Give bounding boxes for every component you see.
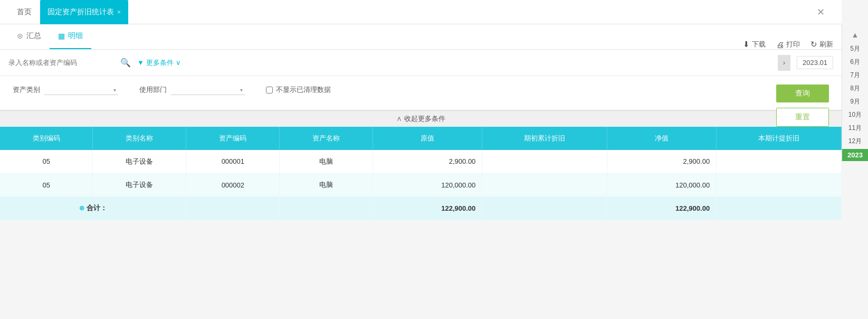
dept-label: 使用部门 bbox=[139, 85, 167, 95]
more-conditions-label: 更多条件 bbox=[146, 58, 174, 68]
download-button[interactable]: ⬇ 下载 bbox=[743, 40, 766, 49]
scroll-up-icon[interactable]: ▲ bbox=[850, 29, 861, 41]
cell-original-value: 120,000.00 bbox=[373, 173, 482, 196]
download-label: 下载 bbox=[752, 40, 766, 49]
asset-type-select[interactable] bbox=[44, 85, 118, 95]
refresh-icon: ↻ bbox=[810, 40, 817, 49]
total-original-value: 122,900.00 bbox=[373, 196, 482, 220]
search-bar: 🔍 ▼ 更多条件 ∨ › 2023.01 bbox=[0, 50, 842, 76]
search-icon[interactable]: 🔍 bbox=[120, 58, 131, 68]
asset-type-select-wrap bbox=[44, 85, 118, 95]
refresh-button[interactable]: ↻ 刷新 bbox=[810, 40, 833, 49]
tab-detail-label: 明细 bbox=[68, 31, 83, 41]
sidebar-month-item[interactable]: 10月 bbox=[845, 108, 865, 121]
expand-arrow[interactable]: › bbox=[778, 55, 790, 71]
col-accum-depreciation: 期初累计折旧 bbox=[482, 127, 607, 150]
total-current-depreciation bbox=[717, 196, 842, 220]
filter-icon: ▼ bbox=[137, 59, 144, 67]
cell-current-depreciation bbox=[717, 173, 842, 196]
tab-title: 固定资产折旧统计表 bbox=[47, 7, 114, 17]
cell-category-code: 05 bbox=[0, 173, 93, 196]
table-row: 05 电子设备 000002 电脑 120,000.00 120,000.00 bbox=[0, 173, 842, 196]
chevron-down-icon: ∨ bbox=[176, 59, 181, 67]
cell-net-value: 2,900.00 bbox=[607, 150, 717, 173]
cell-category-name: 电子设备 bbox=[93, 173, 186, 196]
sidebar-month-item[interactable]: 7月 bbox=[845, 69, 865, 82]
filter-row: 资产类别 使用部门 不显示已清理数据 bbox=[13, 85, 829, 95]
total-empty-name bbox=[280, 196, 373, 220]
download-icon: ⬇ bbox=[743, 40, 750, 49]
window-close-button[interactable]: ✕ bbox=[808, 6, 833, 18]
filter-panel: 资产类别 使用部门 不显示已清理数据 bbox=[0, 76, 842, 110]
toolbar: ⬇ 下载 🖨 打印 ↻ 刷新 bbox=[743, 40, 833, 49]
month-list: 5月6月7月8月9月10月11月12月 bbox=[845, 42, 865, 148]
right-sidebar: ▲ 5月6月7月8月9月10月11月12月 2023 bbox=[842, 24, 868, 161]
col-asset-name: 资产名称 bbox=[280, 127, 373, 150]
collapse-label: ∧ 收起更多条件 bbox=[396, 115, 445, 123]
cell-original-value: 2,900.00 bbox=[373, 150, 482, 173]
sidebar-month-item[interactable]: 5月 bbox=[845, 42, 865, 55]
cell-asset-code: 000001 bbox=[186, 150, 280, 173]
total-label: ⊕合计： bbox=[0, 196, 186, 220]
cell-net-value: 120,000.00 bbox=[607, 173, 717, 196]
col-current-depreciation: 本期计提折旧 bbox=[717, 127, 842, 150]
col-asset-code: 资产编码 bbox=[186, 127, 280, 150]
dept-select[interactable] bbox=[171, 85, 245, 95]
cell-category-code: 05 bbox=[0, 150, 93, 173]
summary-icon: ⊛ bbox=[17, 32, 23, 40]
reset-button[interactable]: 重置 bbox=[776, 108, 829, 127]
filter-buttons: 查询 重置 bbox=[776, 85, 829, 127]
dept-group: 使用部门 bbox=[139, 85, 245, 95]
sidebar-month-item[interactable]: 11月 bbox=[845, 121, 865, 135]
total-icon: ⊕ bbox=[79, 204, 84, 212]
date-display: 2023.01 bbox=[797, 56, 833, 69]
top-nav: 首页 固定资产折旧统计表 × ✕ bbox=[0, 0, 842, 24]
tab-detail[interactable]: ▦ 明细 bbox=[50, 24, 91, 49]
no-cleared-checkbox[interactable] bbox=[266, 87, 273, 93]
detail-icon: ▦ bbox=[58, 32, 65, 40]
dept-select-wrap bbox=[171, 85, 245, 95]
cell-accum-depreciation bbox=[482, 150, 607, 173]
col-category-name: 类别名称 bbox=[93, 127, 186, 150]
col-category-code: 类别编码 bbox=[0, 127, 93, 150]
total-accum-depreciation bbox=[482, 196, 607, 220]
cell-category-name: 电子设备 bbox=[93, 150, 186, 173]
table-body: 05 电子设备 000001 电脑 2,900.00 2,900.00 05 电… bbox=[0, 150, 842, 220]
tab-bar: ⊛ 汇总 ▦ 明细 ⬇ 下载 🖨 打印 ↻ 刷新 bbox=[0, 24, 842, 50]
tab-summary-label: 汇总 bbox=[26, 31, 41, 41]
cell-asset-name: 电脑 bbox=[280, 173, 373, 196]
no-cleared-label: 不显示已清理数据 bbox=[276, 85, 331, 95]
sidebar-month-item[interactable]: 8月 bbox=[845, 82, 865, 95]
refresh-label: 刷新 bbox=[819, 40, 833, 49]
year-badge[interactable]: 2023 bbox=[842, 149, 868, 161]
asset-type-group: 资产类别 bbox=[13, 85, 118, 95]
query-button[interactable]: 查询 bbox=[776, 85, 829, 102]
sidebar-month-item[interactable]: 9月 bbox=[845, 95, 865, 108]
table-container: 类别编码 类别名称 资产编码 资产名称 原值 期初累计折旧 净值 本期计提折旧 … bbox=[0, 127, 842, 220]
search-input[interactable] bbox=[8, 59, 114, 67]
sidebar-month-item[interactable]: 12月 bbox=[845, 135, 865, 148]
collapse-bar[interactable]: ∧ 收起更多条件 bbox=[0, 110, 842, 127]
tab-summary[interactable]: ⊛ 汇总 bbox=[8, 24, 50, 49]
home-tab[interactable]: 首页 bbox=[8, 7, 40, 17]
col-net-value: 净值 bbox=[607, 127, 717, 150]
active-tab[interactable]: 固定资产折旧统计表 × bbox=[40, 0, 128, 24]
total-net-value: 122,900.00 bbox=[607, 196, 717, 220]
total-empty-code bbox=[186, 196, 280, 220]
total-row: ⊕合计： 122,900.00 122,900.00 bbox=[0, 196, 842, 220]
sidebar-month-item[interactable]: 6月 bbox=[845, 55, 865, 69]
col-original-value: 原值 bbox=[373, 127, 482, 150]
table-header: 类别编码 类别名称 资产编码 资产名称 原值 期初累计折旧 净值 本期计提折旧 bbox=[0, 127, 842, 150]
cell-asset-code: 000002 bbox=[186, 173, 280, 196]
print-button[interactable]: 🖨 打印 bbox=[776, 40, 800, 49]
no-cleared-group: 不显示已清理数据 bbox=[266, 85, 331, 95]
tab-close-icon[interactable]: × bbox=[117, 8, 121, 16]
more-conditions-button[interactable]: ▼ 更多条件 ∨ bbox=[137, 58, 181, 68]
table-row: 05 电子设备 000001 电脑 2,900.00 2,900.00 bbox=[0, 150, 842, 173]
data-table: 类别编码 类别名称 资产编码 资产名称 原值 期初累计折旧 净值 本期计提折旧 … bbox=[0, 127, 842, 220]
cell-asset-name: 电脑 bbox=[280, 150, 373, 173]
print-label: 打印 bbox=[786, 40, 800, 49]
cell-current-depreciation bbox=[717, 150, 842, 173]
asset-type-label: 资产类别 bbox=[13, 85, 40, 95]
print-icon: 🖨 bbox=[776, 40, 784, 49]
